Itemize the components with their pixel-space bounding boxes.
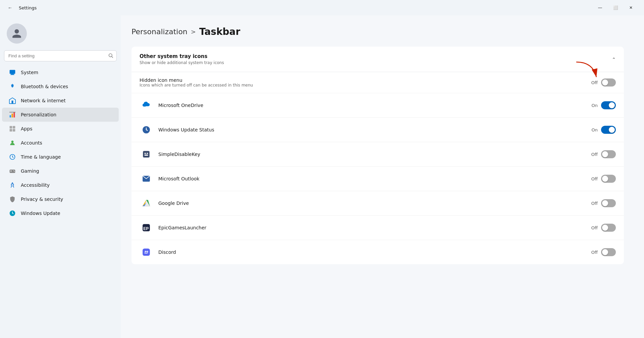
- sidebar-item-personalization[interactable]: Personalization: [2, 108, 119, 122]
- toggle-simpledisablekey[interactable]: [601, 150, 616, 158]
- app-row-simpledisablekey: SimpleDisableKeyOff: [131, 142, 624, 167]
- app-label-onedrive: Microsoft OneDrive: [158, 103, 203, 108]
- state-label-outlook: Off: [591, 176, 598, 181]
- hidden-icon-state-label: Off: [591, 80, 598, 85]
- hidden-icon-title: Hidden icon menu: [140, 77, 253, 83]
- svg-rect-11: [10, 129, 12, 132]
- toggle-thumb: [609, 127, 615, 133]
- toggle-thumb: [602, 151, 608, 157]
- toggle-group-onedrive: On: [592, 101, 616, 109]
- svg-rect-24: [145, 153, 146, 154]
- app-label-simpledisablekey: SimpleDisableKey: [158, 152, 200, 157]
- sidebar-item-gaming[interactable]: Gaming: [2, 164, 119, 178]
- bluetooth-icon: [9, 83, 16, 90]
- svg-rect-25: [147, 153, 148, 154]
- svg-point-13: [11, 140, 14, 143]
- apps-icon: [9, 125, 16, 132]
- app-label-gdrive: Google Drive: [158, 201, 189, 206]
- app-label-update-status: Windows Update Status: [158, 127, 214, 132]
- time-icon: [9, 153, 16, 161]
- sidebar-item-update[interactable]: Windows Update: [2, 206, 119, 220]
- back-button[interactable]: ←: [5, 3, 15, 12]
- sidebar: System Bluetooth & devices Network & int…: [0, 15, 121, 338]
- toggle-thumb: [602, 225, 608, 231]
- toggle-group-outlook: Off: [591, 175, 616, 183]
- app-label-epic: EpicGamesLauncher: [158, 225, 206, 230]
- app-row-left: Microsoft Outlook: [140, 172, 200, 185]
- toggle-outlook[interactable]: [601, 175, 616, 183]
- search-input[interactable]: [4, 50, 117, 61]
- app-label-outlook: Microsoft Outlook: [158, 176, 200, 181]
- search-icon: [108, 53, 113, 59]
- toggle-gdrive[interactable]: [601, 199, 616, 207]
- app-label-discord: Discord: [158, 249, 176, 255]
- toggle-onedrive[interactable]: [601, 101, 616, 109]
- svg-rect-23: [143, 151, 150, 158]
- main-content: Personalization > Taskbar Other system t…: [121, 15, 644, 338]
- svg-rect-3: [11, 74, 14, 74]
- app-icon-epic: EP: [140, 221, 153, 234]
- gaming-icon: [9, 167, 16, 175]
- card-title: Other system tray icons: [140, 53, 224, 59]
- app-icon-gdrive: [140, 196, 153, 210]
- sidebar-item-system[interactable]: System: [2, 65, 119, 79]
- sidebar-item-accounts[interactable]: Accounts: [2, 136, 119, 150]
- sidebar-label-gaming: Gaming: [21, 168, 39, 174]
- svg-text:EP: EP: [143, 226, 149, 231]
- system-icon: [9, 69, 16, 76]
- svg-point-20: [12, 182, 13, 183]
- toggle-thumb: [602, 79, 608, 86]
- card-subtitle: Show or hide additional system tray icon…: [140, 60, 224, 65]
- hidden-icon-toggle[interactable]: [601, 78, 616, 87]
- state-label-gdrive: Off: [591, 201, 598, 206]
- app-icon-outlook: [140, 172, 153, 185]
- hidden-icon-menu-row: Hidden icon menu Icons which are turned …: [131, 72, 624, 93]
- sidebar-label-network: Network & internet: [21, 98, 66, 103]
- card-header[interactable]: Other system tray icons Show or hide add…: [131, 47, 624, 72]
- app-icon-simpledisablekey: [140, 148, 153, 161]
- toggle-thumb: [602, 200, 608, 206]
- app-title: Settings: [19, 5, 37, 10]
- maximize-button[interactable]: ⬜: [608, 2, 623, 13]
- toggle-update-status[interactable]: [601, 126, 616, 134]
- app-row-onedrive: Microsoft OneDriveOn: [131, 93, 624, 118]
- app-row-discord: DiscordOff: [131, 240, 624, 264]
- state-label-discord: Off: [591, 250, 598, 255]
- svg-point-0: [109, 54, 112, 57]
- toggle-epic[interactable]: [601, 224, 616, 232]
- breadcrumb-separator: >: [191, 28, 196, 35]
- toggle-thumb: [602, 176, 608, 182]
- sidebar-label-bluetooth: Bluetooth & devices: [21, 84, 68, 89]
- sidebar-item-privacy[interactable]: Privacy & security: [2, 192, 119, 206]
- svg-rect-5: [10, 115, 11, 118]
- window-controls: — ⬜ ✕: [592, 2, 639, 13]
- toggle-group-discord: Off: [591, 248, 616, 256]
- state-label-onedrive: On: [592, 103, 598, 108]
- app-icon-discord: [140, 245, 153, 259]
- app-row-epic: EPEpicGamesLauncherOff: [131, 216, 624, 240]
- sidebar-label-update: Windows Update: [21, 211, 60, 216]
- sidebar-item-network[interactable]: Network & internet: [2, 94, 119, 108]
- app-container: System Bluetooth & devices Network & int…: [0, 15, 644, 338]
- breadcrumb: Personalization > Taskbar: [131, 26, 624, 37]
- breadcrumb-parent[interactable]: Personalization: [131, 27, 187, 36]
- sidebar-item-time[interactable]: Time & language: [2, 150, 119, 164]
- sidebar-item-bluetooth[interactable]: Bluetooth & devices: [2, 79, 119, 94]
- svg-rect-12: [13, 129, 15, 132]
- sidebar-item-accessibility[interactable]: Accessibility: [2, 178, 119, 192]
- app-row-left: Google Drive: [140, 196, 189, 210]
- network-icon: [9, 97, 16, 104]
- app-row-left: EPEpicGamesLauncher: [140, 221, 206, 234]
- hidden-icon-subtitle: Icons which are turned off can be access…: [140, 83, 253, 88]
- minimize-button[interactable]: —: [592, 2, 608, 13]
- svg-point-18: [13, 170, 14, 171]
- svg-rect-9: [10, 126, 12, 129]
- sidebar-item-apps[interactable]: Apps: [2, 122, 119, 136]
- close-button[interactable]: ✕: [623, 2, 639, 13]
- sidebar-label-personalization: Personalization: [21, 112, 56, 117]
- svg-rect-7: [13, 112, 15, 117]
- toggle-discord[interactable]: [601, 248, 616, 256]
- toggle-group-update-status: On: [592, 126, 616, 134]
- sidebar-label-accounts: Accounts: [21, 140, 42, 146]
- app-row-left: Microsoft OneDrive: [140, 99, 203, 112]
